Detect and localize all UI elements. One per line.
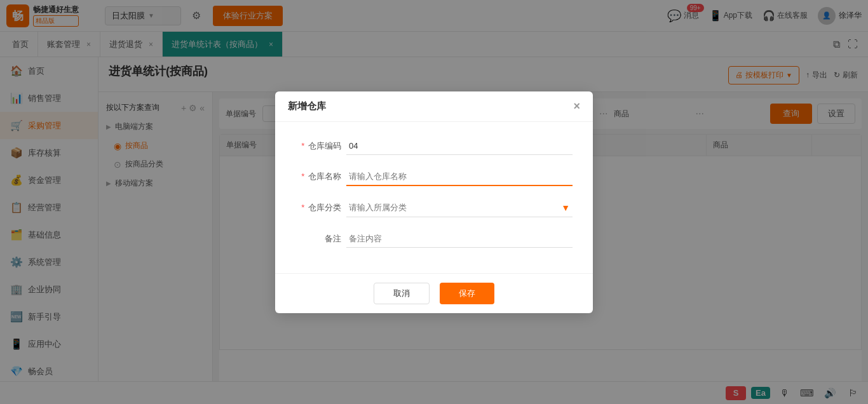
warehouse-category-select[interactable]: ▼ xyxy=(346,199,573,217)
remark-row: 备注 xyxy=(295,230,573,248)
warehouse-name-label: * 仓库名称 xyxy=(295,171,346,182)
warehouse-name-input[interactable] xyxy=(346,168,573,186)
warehouse-code-label: * 仓库编码 xyxy=(295,140,346,152)
new-warehouse-dialog: 新增仓库 × * 仓库编码 * 仓库名称 xyxy=(275,91,593,313)
warehouse-category-row: * 仓库分类 ▼ xyxy=(295,199,573,217)
warehouse-category-arrow-icon[interactable]: ▼ xyxy=(561,203,570,213)
warehouse-category-req-icon: * xyxy=(301,203,304,212)
remark-input[interactable] xyxy=(346,230,573,248)
dialog-footer: 取消 保存 xyxy=(275,273,593,313)
warehouse-category-input[interactable] xyxy=(349,203,561,212)
dialog-close-icon[interactable]: × xyxy=(573,100,580,112)
warehouse-name-row: * 仓库名称 xyxy=(295,168,573,186)
dialog-body: * 仓库编码 * 仓库名称 * 仓库分类 xyxy=(275,122,593,273)
cancel-button[interactable]: 取消 xyxy=(374,283,430,304)
warehouse-category-label: * 仓库分类 xyxy=(295,202,346,213)
modal-overlay: 新增仓库 × * 仓库编码 * 仓库名称 xyxy=(0,0,868,404)
dialog-title: 新增仓库 xyxy=(288,100,326,112)
dialog-header: 新增仓库 × xyxy=(275,91,593,122)
warehouse-code-row: * 仓库编码 xyxy=(295,137,573,155)
warehouse-code-input[interactable] xyxy=(346,137,573,155)
warehouse-name-req-icon: * xyxy=(301,172,304,181)
save-button[interactable]: 保存 xyxy=(440,283,494,304)
remark-label: 备注 xyxy=(295,233,346,245)
warehouse-code-req-icon: * xyxy=(301,141,304,151)
